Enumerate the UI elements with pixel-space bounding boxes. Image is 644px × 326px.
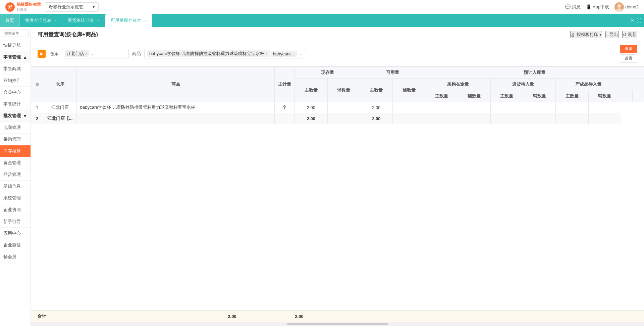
sidebar-item-wholesale-mgmt[interactable]: 批发管理 ▼ (0, 110, 31, 122)
product-filter-input[interactable]: babycare学饮杯 儿童防摔防撞吸管杯重力球吸嘴杯宝宝水杯 × babyca… (144, 49, 305, 58)
warehouse-more-btn[interactable]: ··· (91, 51, 94, 56)
sidebar-item-ecommerce[interactable]: 电商管理 (0, 122, 31, 134)
warehouse-tag-remove[interactable]: × (85, 52, 87, 56)
tab-home[interactable]: 首页 (0, 14, 20, 27)
th-warehouse: 仓库 (43, 67, 77, 102)
member-center-label: 会员中心 (3, 90, 21, 95)
scrollbar-thumb[interactable] (287, 323, 388, 325)
sidebar-item-retail-mgmt[interactable]: 零售管理 ▲ (0, 51, 31, 63)
app-center-label: 应用中心 (3, 231, 21, 236)
top-bar-left: 好 畅捷通好生意 标准版 母婴行业演示账套 ▾ (5, 2, 99, 12)
tab-order-stats[interactable]: 要货单统计表 × (62, 14, 105, 27)
row1-product: babycare学饮杯 儿童防摔防撞吸管杯重力球吸嘴杯宝宝水杯 (77, 102, 275, 113)
warehouse-filter-input[interactable]: 江北门店 × ··· (62, 49, 129, 58)
sidebar-item-app-center[interactable]: 应用中心 (0, 228, 31, 239)
table-row: 1 江北门店 babycare学饮杯 儿童防摔防撞吸管杯重力球吸嘴杯宝宝水杯 个… (31, 102, 644, 113)
sidebar-item-enterprise[interactable]: 企业协同 (0, 204, 31, 216)
sidebar-item-retail-mall[interactable]: 零售商城 (0, 63, 31, 75)
horizontal-scrollbar[interactable] (31, 322, 644, 326)
th-purchase-aux: 辅数量 (458, 90, 490, 102)
row2-avail-aux (393, 113, 425, 124)
product-tag1-remove[interactable]: × (265, 52, 267, 56)
filter-row: 仓库 江北门店 × ··· 商品 babycare学饮杯 儿童防摔防撞吸管杯重力… (50, 49, 616, 58)
filter-area: ▶ 仓库 江北门店 × ··· 商品 babycare学饮杯 儿童防摔防撞吸管杯… (31, 41, 644, 66)
product-tag-label1: babycare学饮杯 儿童防摔防撞吸管杯重力球吸嘴杯宝宝水杯 (149, 51, 264, 57)
product-more-btn[interactable]: ··· (299, 51, 302, 56)
sidebar-item-member-center[interactable]: 会员中心 (0, 87, 31, 98)
username-label: demo2 (625, 4, 639, 9)
table-body: 1 江北门店 babycare学饮杯 儿童防摔防撞吸管杯重力球吸嘴杯宝宝水杯 个… (31, 102, 644, 124)
row2-no: 2 (31, 113, 43, 124)
row1-produce-aux (588, 102, 621, 113)
th-produce: 产成品待入量 (556, 79, 621, 90)
sidebar-item-system[interactable]: 系统管理 (0, 192, 31, 204)
row2-inbound-aux (523, 113, 556, 124)
row2-purchase-aux (458, 113, 490, 124)
message-btn[interactable]: 💬 消息 (565, 4, 581, 10)
tab-close-receive[interactable]: × (55, 18, 57, 22)
th-avail-aux: 辅数量 (393, 79, 425, 102)
filter-toggle-btn[interactable]: ▶ (38, 50, 46, 58)
data-table: ⚙ 仓库 商品 主计量 现存量 可用量 预计入库量 主数量 辅数量 主数量 辅数… (31, 66, 644, 124)
tab-receive-summary[interactable]: 收发存汇总表 × (20, 14, 62, 27)
finance-label: 资金管理 (3, 160, 21, 165)
chevron-down-icon: ▾ (600, 33, 601, 37)
search-input[interactable] (2, 30, 29, 37)
expand-btn[interactable]: ⛶ (637, 18, 641, 23)
row1-inbound-aux (523, 102, 556, 113)
phone-icon: 📱 (586, 4, 591, 9)
guide-label: 新手引导 (3, 219, 21, 224)
purchase-label: 采购管理 (3, 137, 21, 142)
svg-point-1 (618, 4, 621, 8)
sidebar: 快捷导航 零售管理 ▲ 零售商城 营销推广 会员中心 零售统计 批发管理 ▼ 电… (0, 27, 31, 326)
sidebar-item-quick-nav[interactable]: 快捷导航 (0, 40, 31, 51)
warehouse-tag-label: 江北门店 (67, 51, 84, 57)
user-avatar-area[interactable]: demo2 (614, 2, 639, 12)
filter-actions: 查询 设置 (620, 45, 637, 63)
tab-close-order[interactable]: × (97, 18, 99, 22)
refresh-btn[interactable]: ↺ 刷新 (622, 31, 637, 38)
receive-summary-label: 收发存汇总表 (25, 17, 51, 24)
product-tag-label2: babycare… (273, 51, 295, 56)
sidebar-item-purchase[interactable]: 采购管理 (0, 134, 31, 145)
page-title: 可用量查询(按仓库+商品) (38, 31, 98, 38)
sidebar-item-operations[interactable]: 经营管理 (0, 169, 31, 181)
sidebar-item-finance[interactable]: 资金管理 (0, 157, 31, 169)
template-print-btn[interactable]: 🖨 按模板打印 ▾ (570, 31, 602, 38)
app-download-btn[interactable]: 📱 App下载 (586, 4, 609, 10)
main-layout: 快捷导航 零售管理 ▲ 零售商城 营销推广 会员中心 零售统计 批发管理 ▼ 电… (0, 27, 644, 326)
gear-icon[interactable]: ⚙ (35, 82, 39, 87)
export-btn[interactable]: ↓ 导出 (605, 31, 619, 38)
tab-close-available[interactable]: × (145, 18, 147, 22)
th-gear: ⚙ (31, 67, 43, 102)
th-inbound: 进货待入量 (490, 79, 556, 90)
sidebar-item-marketing[interactable]: 营销推广 (0, 75, 31, 87)
quick-nav-label: 快捷导航 (3, 43, 21, 48)
sidebar-item-guide[interactable]: 新手引导 (0, 216, 31, 228)
sidebar-search-area (0, 27, 31, 40)
footer-label: 合计 (34, 313, 215, 319)
industry-label: 母婴行业演示账套 (49, 4, 84, 10)
warehouse-filter-label: 仓库 (50, 51, 58, 57)
order-stats-label: 要货单统计表 (68, 17, 94, 24)
th-purchase-transit: 采购在途量 (425, 79, 491, 90)
sidebar-item-base-info[interactable]: 基础信息 (0, 181, 31, 192)
th-planned: 预计入库量 (425, 67, 644, 79)
retail-mall-label: 零售商城 (3, 66, 21, 71)
tab-available-stock[interactable]: 可用量库存账本 × (105, 14, 152, 27)
close-all-tabs-btn[interactable]: × (631, 18, 634, 23)
th-available: 可用量 (360, 67, 425, 79)
settings-btn[interactable]: 设置 (620, 54, 637, 63)
home-tab-label: 首页 (5, 17, 14, 24)
export-icon: ↓ (606, 32, 608, 37)
top-bar-right: 💬 消息 📱 App下载 demo2 (565, 2, 639, 12)
sidebar-item-retail-stats[interactable]: 零售统计 (0, 98, 31, 110)
industry-selector[interactable]: 母婴行业演示账套 ▾ (45, 2, 99, 12)
sidebar-item-enterprise-wx[interactable]: 企业微信 (0, 239, 31, 251)
row1-purchase-aux (458, 102, 490, 113)
th-extra-aux (632, 90, 644, 102)
sidebar-item-inventory[interactable]: 库存核算 (0, 145, 31, 157)
sidebar-item-member[interactable]: 畅会员 (0, 251, 31, 263)
query-btn[interactable]: 查询 (620, 45, 637, 53)
row1-produce-main (556, 102, 588, 113)
